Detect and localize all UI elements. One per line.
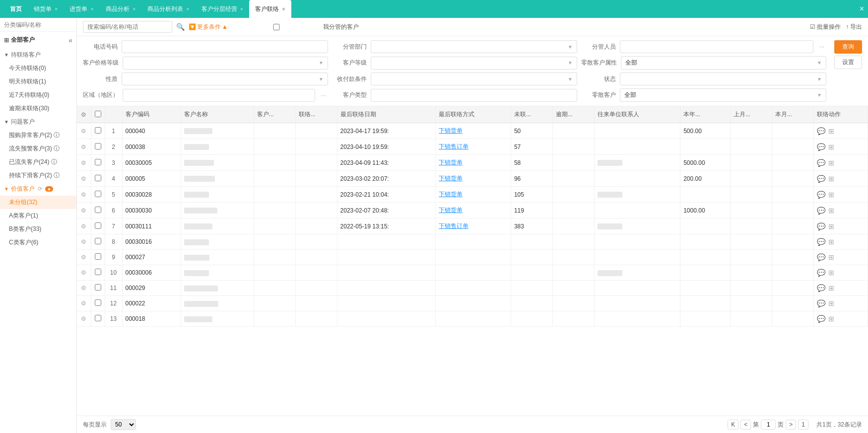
row-checkbox[interactable]: [95, 253, 101, 260]
row-settings[interactable]: ⚙: [77, 171, 91, 187]
dept-select[interactable]: ▼: [371, 40, 577, 53]
close-all-button[interactable]: ×: [860, 4, 864, 13]
row-checkbox-cell[interactable]: [91, 250, 105, 265]
row-settings[interactable]: ⚙: [77, 155, 91, 171]
row-last-contact-type[interactable]: [436, 265, 511, 281]
sidebar-section-problem[interactable]: ▼ 问题客户: [0, 115, 76, 129]
contact-type-link[interactable]: 下销货单: [439, 159, 463, 166]
sidebar-item-tomorrow-pending[interactable]: 明天待联络(1): [0, 75, 76, 88]
chat-icon[interactable]: 💬: [817, 207, 825, 215]
page-number-input[interactable]: [761, 420, 776, 430]
row-checkbox[interactable]: [95, 191, 101, 197]
tab-product-analysis[interactable]: 商品分析 ×: [100, 0, 141, 18]
close-purchase-tab[interactable]: ×: [90, 6, 93, 12]
row-last-contact-type[interactable]: 下销货单: [436, 203, 511, 218]
sidebar-search-input[interactable]: [4, 21, 77, 28]
refresh-icon[interactable]: ⟳: [38, 186, 42, 192]
chat-icon[interactable]: 💬: [817, 238, 825, 246]
row-last-contact-type[interactable]: [436, 311, 511, 327]
grid-action-icon[interactable]: ⊞: [828, 143, 834, 151]
sidebar-item-class-c[interactable]: C类客户(6): [0, 236, 76, 249]
chat-icon[interactable]: 💬: [817, 284, 825, 292]
customer-type-input[interactable]: [371, 89, 577, 102]
grid-action-icon[interactable]: ⊞: [828, 284, 834, 292]
contact-type-link[interactable]: 下销货单: [439, 175, 463, 182]
sidebar-section-pending[interactable]: ▼ 待联络客户: [0, 48, 76, 62]
region-dots[interactable]: ···: [319, 92, 328, 99]
price-level-select[interactable]: ▼: [123, 57, 328, 70]
my-customers-checkbox[interactable]: [232, 24, 321, 30]
row-checkbox[interactable]: [95, 222, 101, 229]
row-checkbox[interactable]: [95, 175, 101, 181]
row-checkbox[interactable]: [95, 238, 101, 244]
row-settings[interactable]: ⚙: [77, 234, 91, 250]
tab-customer-segment[interactable]: 客户分层经营 ×: [196, 0, 249, 18]
row-last-contact-type[interactable]: [436, 250, 511, 265]
row-checkbox-cell[interactable]: [91, 218, 105, 234]
row-checkbox-cell[interactable]: [91, 296, 105, 311]
person-input[interactable]: [620, 40, 813, 53]
row-settings[interactable]: ⚙: [77, 250, 91, 265]
sidebar-item-abnormal[interactable]: 囤购异常客户(2) ⓘ: [0, 129, 76, 142]
row-checkbox-cell[interactable]: [91, 281, 105, 296]
export-button[interactable]: ↑ 导出: [846, 23, 862, 31]
row-checkbox-cell[interactable]: [91, 139, 105, 155]
tab-customer-contact[interactable]: 客户联络 ×: [249, 0, 291, 18]
row-checkbox[interactable]: [95, 299, 101, 306]
row-last-contact-type[interactable]: [436, 234, 511, 250]
last-page-button[interactable]: 1: [798, 420, 808, 430]
status-select[interactable]: ▼: [620, 72, 826, 85]
row-checkbox-cell[interactable]: [91, 265, 105, 281]
row-last-contact-type[interactable]: 下销货单: [436, 171, 511, 187]
row-checkbox[interactable]: [95, 127, 101, 134]
grid-action-icon[interactable]: ⊞: [828, 315, 834, 323]
row-settings[interactable]: ⚙: [77, 296, 91, 311]
nature-select[interactable]: ▼: [122, 72, 328, 85]
person-dots[interactable]: ···: [817, 43, 826, 50]
row-checkbox[interactable]: [95, 207, 101, 213]
sidebar-section-value[interactable]: ▼ 价值客户 ⟳ ●: [0, 182, 76, 196]
chat-icon[interactable]: 💬: [817, 222, 825, 230]
row-checkbox-cell[interactable]: [91, 187, 105, 203]
batch-operation-button[interactable]: ☑ 批量操作: [810, 23, 841, 31]
row-checkbox[interactable]: [95, 159, 101, 165]
row-settings[interactable]: ⚙: [77, 281, 91, 296]
row-last-contact-type[interactable]: [436, 281, 511, 296]
row-last-contact-type[interactable]: 下销货单: [436, 155, 511, 171]
chat-icon[interactable]: 💬: [817, 315, 825, 323]
grid-action-icon[interactable]: ⊞: [828, 191, 834, 199]
row-settings[interactable]: ⚙: [77, 311, 91, 327]
retail-customer-select[interactable]: 全部▼: [620, 88, 826, 102]
sidebar-item-class-b[interactable]: B类客户(33): [0, 222, 76, 236]
more-conditions-button[interactable]: 🔽 更多条件 ▲: [189, 23, 228, 31]
next-page-button[interactable]: >: [786, 420, 796, 430]
chat-icon[interactable]: 💬: [817, 175, 825, 183]
sidebar-item-unclassified[interactable]: 未分组(32): [0, 196, 76, 209]
sidebar-item-churn-warning[interactable]: 流失预警客户(3) ⓘ: [0, 142, 76, 155]
chat-icon[interactable]: 💬: [817, 253, 825, 261]
tab-sale[interactable]: 销货单 ×: [28, 0, 64, 18]
row-checkbox[interactable]: [95, 315, 101, 321]
grid-action-icon[interactable]: ⊞: [828, 222, 834, 230]
retail-attr-select[interactable]: 全部▼: [621, 56, 826, 70]
chat-icon[interactable]: 💬: [817, 159, 825, 167]
tab-purchase[interactable]: 进货单 ×: [64, 0, 99, 18]
row-checkbox[interactable]: [95, 143, 101, 149]
grid-action-icon[interactable]: ⊞: [828, 238, 834, 246]
contact-type-link[interactable]: 下销货单: [439, 191, 463, 198]
chat-icon[interactable]: 💬: [817, 127, 825, 135]
chat-icon[interactable]: 💬: [817, 269, 825, 277]
contact-type-link[interactable]: 下销货单: [439, 127, 463, 134]
my-customers-checkbox-label[interactable]: 我分管的客户: [232, 23, 359, 31]
row-settings[interactable]: ⚙: [77, 123, 91, 139]
row-checkbox-cell[interactable]: [91, 155, 105, 171]
row-last-contact-type[interactable]: 下销货单: [436, 187, 511, 203]
sidebar-collapse-icon[interactable]: «: [68, 36, 72, 44]
close-product-analysis-list-tab[interactable]: ×: [186, 6, 189, 12]
grid-action-icon[interactable]: ⊞: [828, 127, 834, 135]
sidebar-item-7day-pending[interactable]: 近7天待联络(0): [0, 88, 76, 102]
reset-button[interactable]: 设置: [834, 56, 862, 69]
search-icon[interactable]: 🔍: [176, 23, 185, 31]
close-customer-contact-tab[interactable]: ×: [282, 6, 285, 12]
query-button[interactable]: 查询: [834, 40, 862, 54]
